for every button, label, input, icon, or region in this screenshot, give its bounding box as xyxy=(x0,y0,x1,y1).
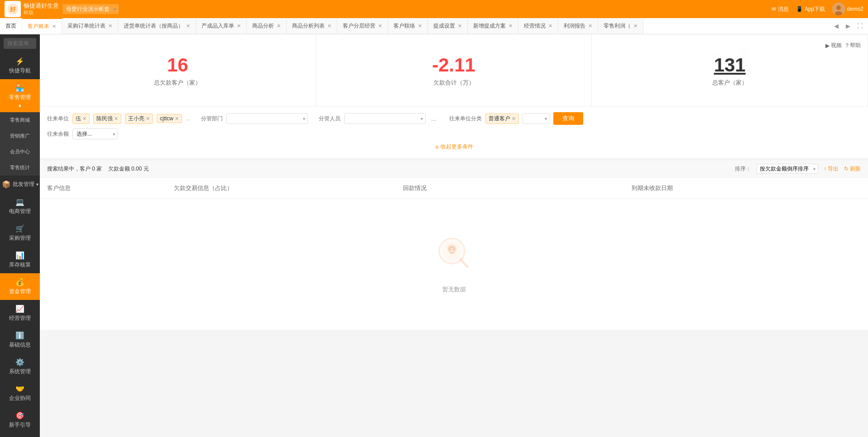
export-button[interactable]: ↑ 导出 xyxy=(824,165,839,173)
tab-close-customer-ledger[interactable]: ✕ xyxy=(52,24,56,29)
tab-expand-button[interactable]: ⛶ xyxy=(855,22,864,31)
sidebar-item-basic-info[interactable]: ℹ️ 基础信息 xyxy=(0,327,40,353)
person-filter-label: 分管人员 xyxy=(319,115,340,123)
sidebar-search-area[interactable] xyxy=(0,34,40,52)
tab-goods-analysis-list[interactable]: 商品分析列表 ✕ xyxy=(287,18,337,34)
store-selector[interactable]: 母婴行业演示帐套 xyxy=(62,4,119,14)
filter-area: 往来单位 伍 ✕ 陈民强 ✕ 王小亮 ✕ cjttcw xyxy=(40,107,868,158)
collapse-button[interactable]: ∧ 收起更多条件 xyxy=(435,143,473,151)
table-header-debt-info: 欠款交易信息（占比） xyxy=(174,182,403,194)
tab-customer-contact[interactable]: 客户联络 ✕ xyxy=(388,18,428,34)
sidebar-item-purchase-mgmt[interactable]: 🛒 采购管理 xyxy=(0,220,40,247)
sidebar-item-newbie-guide[interactable]: 🎯 新手引导 xyxy=(0,407,40,433)
inventory-icon: 📊 xyxy=(15,251,24,260)
tab-close-business[interactable]: ✕ xyxy=(548,23,552,29)
table-header: 客户信息 欠款交易信息（占比） 回款情况 到期未收款日期 xyxy=(40,178,868,199)
tab-close-new-commission[interactable]: ✕ xyxy=(508,23,513,29)
refresh-button[interactable]: ↻ 刷新 xyxy=(844,165,861,173)
tab-close-goods-list[interactable]: ✕ xyxy=(327,23,331,29)
tab-commission-settings[interactable]: 提成设置 ✕ xyxy=(428,18,468,34)
svg-point-17 xyxy=(459,258,463,262)
results-actions: 排序： 按欠款金额倒序排序 ↑ 导出 ↻ 刷新 xyxy=(735,164,861,174)
sidebar-item-retail-mgmt[interactable]: 🏪 零售管理 ▲ xyxy=(0,79,40,112)
user-menu[interactable]: demo2 xyxy=(832,3,863,15)
tab-prev-button[interactable]: ◀ xyxy=(832,22,841,31)
table-header-repayment: 回款情况 xyxy=(403,182,632,194)
svg-point-15 xyxy=(453,249,455,251)
sidebar-item-app-center[interactable]: 📱 应用中心 xyxy=(0,433,40,437)
table-header-due-date: 到期未收款日期 xyxy=(632,182,861,194)
tab-goods-analysis[interactable]: 商品分析 ✕ xyxy=(247,18,287,34)
help-button[interactable]: ? 帮助 xyxy=(845,42,861,49)
remove-tag-unit-3[interactable]: ✕ xyxy=(146,116,150,122)
query-button[interactable]: 查询 xyxy=(553,112,583,125)
sidebar-item-business-mgmt[interactable]: 📈 经营管理 xyxy=(0,300,40,327)
sort-selector[interactable]: 按欠款金额倒序排序 xyxy=(757,164,818,174)
sidebar-item-enterprise-collab[interactable]: 🤝 企业协同 xyxy=(0,380,40,407)
tab-close-goods-analysis[interactable]: ✕ xyxy=(277,23,281,29)
tab-close-layering[interactable]: ✕ xyxy=(378,23,382,29)
filter-tag-unit-4[interactable]: cjttcw ✕ xyxy=(157,114,182,123)
sidebar-item-inventory[interactable]: 📊 库存核算 xyxy=(0,247,40,273)
app-download-button[interactable]: 📱 App下载 xyxy=(796,5,825,13)
stat-value-customers: 16 xyxy=(167,54,188,76)
person-filter-dots[interactable]: ... xyxy=(429,115,438,122)
sidebar-item-retail-mall[interactable]: 零售商城 xyxy=(0,112,40,128)
stat-value-all-customers: 131 xyxy=(714,54,746,76)
tab-new-commission[interactable]: 新增提成方案 ✕ xyxy=(468,18,518,34)
stat-label-customers: 总欠款客户（家） xyxy=(154,79,201,87)
tab-close-commission[interactable]: ✕ xyxy=(458,23,462,29)
tab-business-status[interactable]: 经营情况 ✕ xyxy=(518,18,558,34)
sidebar-item-marketing[interactable]: 营销推广 xyxy=(0,128,40,144)
chevron-up-icon: ∧ xyxy=(435,144,439,150)
tab-close-profit[interactable]: ✕ xyxy=(588,23,592,29)
remove-tag-unit-class[interactable]: ✕ xyxy=(512,116,516,122)
sidebar-item-wholesale-mgmt[interactable]: 📦 批发管理 ▾ xyxy=(0,176,40,193)
tab-home[interactable]: 首页 xyxy=(0,18,22,34)
play-icon: ▶ xyxy=(825,43,830,49)
filter-tag-unit-1[interactable]: 伍 ✕ xyxy=(72,114,90,124)
tab-purchase-stats-goods[interactable]: 进货单统计表（按商品） ✕ xyxy=(118,18,196,34)
tab-close-contact[interactable]: ✕ xyxy=(418,23,422,29)
tab-close-retail[interactable]: ✕ xyxy=(633,23,638,29)
info-icon: ℹ️ xyxy=(15,331,24,340)
remove-tag-unit-4[interactable]: ✕ xyxy=(175,116,179,122)
sidebar-item-quick-nav[interactable]: ⚡ 快捷导航 xyxy=(0,52,40,79)
remove-tag-unit-2[interactable]: ✕ xyxy=(114,116,118,122)
sidebar-search-input[interactable] xyxy=(4,38,36,49)
filter-tag-unit-class[interactable]: 普通客户 ✕ xyxy=(485,114,519,124)
tab-next-button[interactable]: ▶ xyxy=(844,22,853,31)
tab-close-purchase-goods[interactable]: ✕ xyxy=(186,23,190,29)
tab-purchase-order-stats[interactable]: 采购订单统计表 ✕ xyxy=(62,18,118,34)
tab-customer-layering[interactable]: 客户分层经营 ✕ xyxy=(337,18,388,34)
filter-tag-unit-3[interactable]: 王小亮 ✕ xyxy=(125,114,153,124)
sidebar-item-retail-stats[interactable]: 零售统计 xyxy=(0,160,40,176)
sidebar-item-finance-mgmt[interactable]: 💰 资金管理 xyxy=(0,273,40,300)
sidebar-item-ecommerce-mgmt[interactable]: 💻 电商管理 xyxy=(0,193,40,220)
filter-tag-unit-2[interactable]: 陈民强 ✕ xyxy=(93,114,121,124)
stats-controls: ▶ 视频 ? 帮助 xyxy=(825,42,861,49)
unit-class-selector[interactable] xyxy=(523,113,550,124)
tab-controls: ◀ ▶ ⛶ xyxy=(828,22,868,31)
message-button[interactable]: ✉ 消息 xyxy=(772,5,789,13)
video-button[interactable]: ▶ 视频 xyxy=(825,42,842,49)
tab-retail-profit[interactable]: 零售利润（ ✕ xyxy=(598,18,643,34)
person-selector[interactable] xyxy=(344,113,426,124)
balance-selector[interactable]: 选择... xyxy=(72,128,118,139)
ecommerce-icon: 💻 xyxy=(15,198,24,206)
tab-profit-report[interactable]: 利润报告 ✕ xyxy=(558,18,598,34)
filter-collapse-row: ∧ 收起更多条件 xyxy=(47,141,861,152)
dept-selector[interactable] xyxy=(226,113,308,124)
filter-more-tags[interactable]: ... xyxy=(186,115,190,122)
tab-finished-goods[interactable]: 产成品入库单 ✕ xyxy=(196,18,247,34)
sidebar-item-member-center[interactable]: 会员中心 xyxy=(0,144,40,160)
remove-tag-unit-1[interactable]: ✕ xyxy=(82,116,86,122)
sidebar-item-system-mgmt[interactable]: ⚙️ 系统管理 xyxy=(0,353,40,380)
tab-close-finished[interactable]: ✕ xyxy=(237,23,241,29)
sidebar: ⚡ 快捷导航 🏪 零售管理 ▲ 零售商城 营销推广 会员中心 零售统计 📦 xyxy=(0,34,40,437)
results-info: 搜索结果中，客户 0 家 欠款金额 0.00 元 xyxy=(47,165,149,173)
tab-close-purchase[interactable]: ✕ xyxy=(108,23,112,29)
tab-customer-ledger[interactable]: 客户账本 ✕ xyxy=(22,18,62,34)
settings-icon: ⚙️ xyxy=(15,358,24,366)
download-icon: 📱 xyxy=(796,6,803,12)
